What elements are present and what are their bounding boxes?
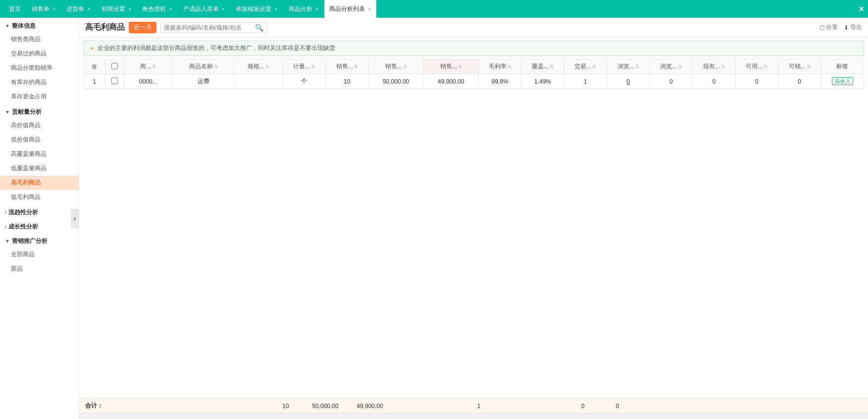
nav-tab-purchase[interactable]: 进货单 × — [61, 0, 95, 18]
close-permission-tab[interactable]: × — [128, 6, 131, 12]
nav-tab-role[interactable]: 角色授权 × — [137, 0, 177, 18]
th-gross[interactable]: 毛利率⇅ — [478, 59, 521, 74]
close-analysis-tab[interactable]: × — [315, 6, 318, 12]
th-spec[interactable]: 规格...⇅ — [234, 59, 283, 74]
th-settings[interactable]: ⚙ — [84, 59, 105, 74]
share-icon: ⬡ — [819, 24, 824, 31]
th-sales-cost[interactable]: 销售...⇅ — [423, 59, 478, 74]
sort-trade-icon: ⇅ — [592, 64, 596, 69]
alert-icon: ✦ — [90, 45, 95, 52]
table-wrapper: ⚙ 商...⇅ 商品名称⇅ 规格...⇅ 计量...⇅ 销售...⇅ 销售...… — [79, 59, 868, 398]
close-sales-tab[interactable]: × — [52, 6, 55, 12]
horizontal-scrollbar[interactable] — [79, 413, 868, 419]
close-purchase-tab[interactable]: × — [87, 6, 90, 12]
trend-arrow: › — [5, 210, 6, 215]
data-table: ⚙ 商...⇅ 商品名称⇅ 规格...⇅ 计量...⇅ 销售...⇅ 销售...… — [83, 59, 864, 89]
sidebar-item-low-value[interactable]: 低价值商品 — [0, 133, 79, 147]
th-tag[interactable]: 标签 — [821, 59, 864, 74]
cell-sales-cost: 49,900.00 — [423, 74, 478, 89]
sidebar-item-high-value[interactable]: 高价值商品 — [0, 118, 79, 133]
sidebar-item-stock-capital[interactable]: 库存资金占用 — [0, 90, 79, 104]
close-template-tab[interactable]: × — [274, 6, 277, 12]
cell-avail: 0 — [735, 74, 778, 89]
nav-tab-analysis[interactable]: 商品分析 × — [284, 0, 323, 18]
browse1-link[interactable]: 0 — [627, 78, 630, 85]
cell-cover: 1.49% — [521, 74, 564, 89]
close-product-in-tab[interactable]: × — [222, 6, 225, 12]
search-box: 🔍 — [160, 22, 267, 33]
footer-sales-amt: 50,000.00 — [303, 403, 348, 410]
th-browse1[interactable]: 浏览...⇅ — [607, 59, 650, 74]
cell-salable: 0 — [778, 74, 820, 89]
footer-sales-cost: 49,900.00 — [348, 403, 392, 410]
sidebar-item-traded-goods[interactable]: 交易过的商品 — [0, 47, 79, 61]
th-sales-amt[interactable]: 销售...⇅ — [368, 59, 423, 74]
sort-code-icon: ⇅ — [152, 64, 156, 69]
period-button[interactable]: 近一月 — [129, 22, 156, 33]
search-input[interactable] — [164, 24, 253, 31]
export-button[interactable]: ⬇ 导出 — [844, 23, 862, 32]
nav-tab-permission[interactable]: 权限设置 × — [97, 0, 136, 18]
th-salable[interactable]: 可销...⇅ — [778, 59, 820, 74]
th-name[interactable]: 商品名称⇅ — [173, 59, 234, 74]
th-avail[interactable]: 可用...⇅ — [735, 59, 778, 74]
tag-badge: 高收入 — [832, 77, 853, 85]
th-stock[interactable]: 现有...⇅ — [693, 59, 735, 74]
cell-check[interactable] — [105, 74, 124, 89]
sort-unit-icon: ⇅ — [311, 64, 315, 69]
overall-arrow: ▼ — [5, 23, 10, 29]
th-check[interactable] — [105, 59, 124, 74]
nav-tab-analysis-list[interactable]: 商品分析列表 × — [324, 0, 376, 18]
sidebar-group-trend[interactable]: › 流趋性分析 — [0, 204, 79, 219]
cell-tag: 高收入 — [821, 74, 864, 89]
search-icon[interactable]: 🔍 — [255, 24, 263, 32]
nav-tab-sales[interactable]: 销售单 × — [27, 0, 60, 18]
nav-tab-home[interactable]: 首页 — [4, 0, 26, 18]
sidebar-collapse-btn[interactable]: ‹ — [71, 209, 79, 229]
sidebar-group-growth[interactable]: › 成长性分析 — [0, 219, 79, 233]
sort-avail-icon: ⇅ — [764, 64, 767, 69]
cell-browse1[interactable]: 0 — [607, 74, 650, 89]
sidebar-item-sales-goods[interactable]: 销售类商品 — [0, 32, 79, 47]
sidebar-item-all-goods[interactable]: 全部商品 — [0, 247, 79, 262]
sort-sales-amt-icon: ⇅ — [403, 64, 407, 69]
sidebar-group-overall[interactable]: ▼ 整体信息 — [0, 18, 79, 32]
nav-tab-template[interactable]: 单据模板设置 × — [231, 0, 282, 18]
sidebar-group-contribution[interactable]: ▼ 贡献量分析 — [0, 104, 79, 118]
sidebar-item-new-goods[interactable]: 新品 — [0, 262, 79, 276]
sidebar-item-in-stock-goods[interactable]: 有库存的商品 — [0, 75, 79, 90]
close-all-tabs[interactable]: × — [859, 4, 864, 14]
th-sales-qty[interactable]: 销售...⇅ — [326, 59, 368, 74]
sidebar-group-marketing[interactable]: ▼ 营销推广分析 — [0, 233, 79, 247]
sort-stock-icon: ⇅ — [721, 64, 725, 69]
select-all-checkbox[interactable] — [111, 63, 118, 69]
growth-arrow: › — [5, 224, 6, 230]
th-cover[interactable]: 覆盖...⇅ — [521, 59, 564, 74]
share-button[interactable]: ⬡ 分享 — [819, 23, 838, 32]
cell-unit: 个 — [283, 74, 325, 89]
th-browse2[interactable]: 浏览...⇅ — [650, 59, 692, 74]
alert-bar: ✦ 企业的主要的利润都是这部分商品创造的，可考虑加大推广，同时关注库存是不要出现… — [83, 41, 864, 56]
th-unit[interactable]: 计量...⇅ — [283, 59, 325, 74]
sidebar-item-category-rate[interactable]: 商品分类助销率 — [0, 61, 79, 75]
page-title: 高毛利商品 — [85, 22, 125, 33]
close-role-tab[interactable]: × — [169, 6, 172, 12]
nav-tab-product-in[interactable]: 产成品入库单 × — [178, 0, 230, 18]
sort-browse2-icon: ⇅ — [678, 64, 682, 69]
top-nav: 首页 销售单 × 进货单 × 权限设置 × 角色授权 × 产成品入库单 × 单据… — [0, 0, 868, 18]
cell-sales-qty: 10 — [326, 74, 368, 89]
close-analysis-list-tab[interactable]: × — [368, 6, 371, 12]
table-footer: 合计： 10 50,000.00 49,900.00 1 0 0 — [79, 398, 868, 413]
sidebar-item-low-coverage[interactable]: 低覆盖量商品 — [0, 161, 79, 176]
sidebar-item-high-margin[interactable]: 高毛利商品 — [0, 176, 79, 190]
footer-trade: 1 — [461, 403, 496, 410]
cell-browse2: 0 — [650, 74, 692, 89]
cell-name: 运费 — [173, 74, 234, 89]
th-trade[interactable]: 交易...⇅ — [564, 59, 607, 74]
cell-code: 0000... — [124, 74, 173, 89]
sidebar-item-high-coverage[interactable]: 高覆盖量商品 — [0, 147, 79, 161]
th-code[interactable]: 商...⇅ — [124, 59, 173, 74]
row-checkbox[interactable] — [111, 78, 118, 84]
cell-spec — [234, 74, 283, 89]
sidebar-item-low-margin[interactable]: 低毛利商品 — [0, 190, 79, 204]
